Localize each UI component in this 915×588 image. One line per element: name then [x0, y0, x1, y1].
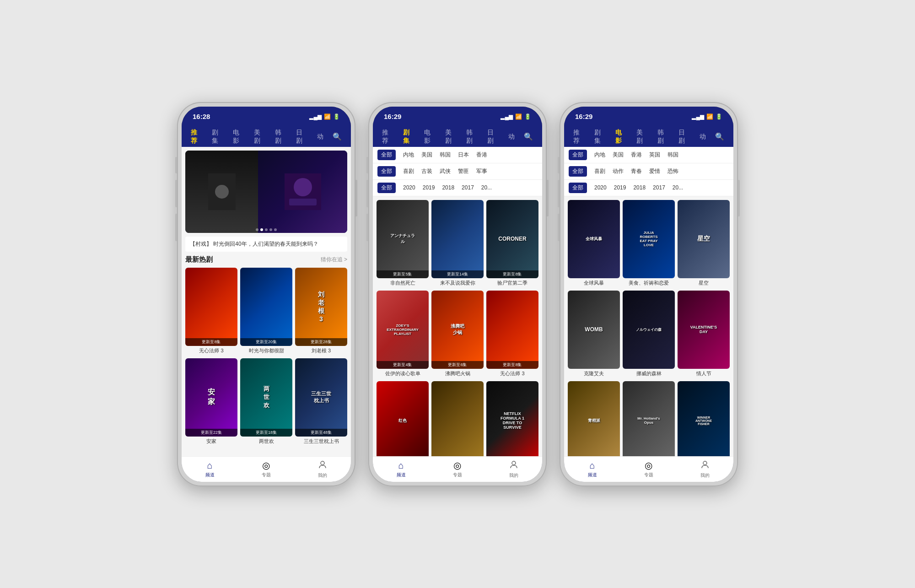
nav-us-1[interactable]: 美剧 [250, 127, 269, 147]
poster-r3c1-3[interactable]: 青稻派 [568, 381, 620, 456]
filter-btn-genre-3[interactable]: 全部 [569, 166, 587, 177]
poster-sanshen[interactable]: 三生三世枕上书 更新至48集 [295, 358, 347, 437]
nav-recommend-3[interactable]: 推荐 [570, 127, 589, 147]
poster-laibuji[interactable]: 更新至14集 [431, 200, 484, 278]
filter-2017-3[interactable]: 2017 [653, 184, 665, 191]
filter-crime-2[interactable]: 警匪 [458, 167, 469, 175]
nav-us-3[interactable]: 美剧 [633, 127, 652, 147]
filter-period-2[interactable]: 古装 [421, 167, 432, 175]
filter-neidi-3[interactable]: 内地 [594, 151, 605, 159]
filter-btn-genre-2[interactable]: 全部 [377, 166, 396, 177]
filter-kr-2[interactable]: 韩国 [440, 151, 451, 159]
filter-uk-3[interactable]: 英国 [649, 151, 660, 159]
poster-liangshihuan[interactable]: 两世欢 更新至18集 [240, 358, 292, 437]
nav-jp-1[interactable]: 日剧 [292, 127, 312, 147]
nav-movie-1[interactable]: 电影 [229, 127, 248, 147]
poster-epl[interactable]: JULIAROBERTSEAT PRAYLOVE [623, 200, 675, 278]
filter-2019-3[interactable]: 2019 [614, 184, 626, 191]
nav-recommend-2[interactable]: 推荐 [378, 127, 398, 147]
filter-kr-3[interactable]: 韩国 [667, 151, 678, 159]
poster-wuxin3[interactable]: 更新至8集 [185, 268, 237, 346]
filter-comedy-2[interactable]: 喜剧 [403, 167, 414, 175]
filter-2018-2[interactable]: 2018 [442, 184, 454, 191]
search-icon-1[interactable]: 🔍 [329, 130, 345, 143]
nav-movie-2[interactable]: 电影 [420, 127, 440, 147]
poster-zoey[interactable]: ZOEY'S EXTRAORDINARY PLAYLIST 更新至4集 [377, 291, 429, 369]
filter-youth-3[interactable]: 青春 [631, 167, 642, 175]
poster-r3c3-3[interactable]: WINNERANTWONEFISHER [678, 381, 730, 456]
filter-2020-2[interactable]: 2020 [403, 184, 415, 191]
filter-2019-2[interactable]: 2019 [423, 184, 435, 191]
section-more-1[interactable]: 猜你在追 > [321, 256, 347, 264]
filter-romance-3[interactable]: 爱情 [649, 167, 660, 175]
filter-jp-2[interactable]: 日本 [458, 151, 469, 159]
tab-topic-2[interactable]: ◎ 专题 [453, 460, 462, 478]
poster-starry[interactable]: 星空 [678, 200, 730, 278]
nav-movie-3[interactable]: 电影 [612, 127, 631, 147]
poster-womb[interactable]: WOMB [568, 291, 620, 369]
nav-anime-2[interactable]: 动 [505, 131, 518, 143]
label-vday: 情人节 [678, 370, 730, 377]
filter-btn-year-2[interactable]: 全部 [377, 183, 396, 193]
poster-wuxin-2[interactable]: 更新至8集 [486, 291, 538, 369]
poster-r3c1[interactable]: 红色 [377, 381, 429, 456]
poster-r3c2-3[interactable]: Mr. Holland's Opus [623, 381, 675, 456]
poster-f1[interactable]: NETFLIXFORMULA 1DRIVE TOSURVIVE [486, 381, 538, 456]
nav-anime-3[interactable]: 动 [696, 131, 710, 143]
nav-jp-2[interactable]: 日剧 [484, 127, 503, 147]
poster-hotpot[interactable]: 沸腾吧少锅 更新至6集 [431, 291, 484, 369]
tab-channel-3[interactable]: ⌂ 频道 [588, 460, 597, 478]
poster-r3c2[interactable] [431, 381, 484, 456]
filter-us-3[interactable]: 美国 [613, 151, 624, 159]
filter-more-yr-2[interactable]: 20... [481, 184, 492, 191]
filter-btn-region-2[interactable]: 全部 [377, 150, 396, 160]
filter-wuxia-2[interactable]: 武侠 [440, 167, 451, 175]
nav-series-1[interactable]: 剧集 [208, 127, 227, 147]
poster-anjia[interactable]: 安家 更新至22集 [185, 358, 237, 437]
nav-kr-3[interactable]: 韩剧 [654, 127, 673, 147]
tab-mine-3[interactable]: 我的 [700, 460, 710, 479]
tab-channel-2[interactable]: ⌂ 频道 [397, 460, 406, 478]
nav-series-2[interactable]: 剧集 [399, 127, 419, 147]
scroll-3[interactable]: 全球风暴 全球风暴 JULIAROBERTSEAT PRAYLOVE 美食、祈祷… [564, 196, 733, 456]
tab-channel-1[interactable]: ⌂ 频道 [205, 460, 215, 478]
filter-btn-year-3[interactable]: 全部 [569, 183, 587, 193]
poster-vday[interactable]: VALENTINE'S DAY [678, 291, 730, 369]
poster-norw[interactable]: ノルウェイの森 [623, 291, 675, 369]
poster-storm[interactable]: 全球风暴 [568, 200, 620, 278]
search-icon-2[interactable]: 🔍 [520, 130, 537, 143]
search-icon-3[interactable]: 🔍 [711, 130, 728, 143]
poster-liulaogen[interactable]: 刘老根3 更新至28集 [295, 268, 347, 346]
tab-topic-3[interactable]: ◎ 专题 [644, 460, 653, 478]
filter-military-2[interactable]: 军事 [476, 167, 487, 175]
tab-mine-2[interactable]: 我的 [509, 460, 518, 479]
filter-btn-region-3[interactable]: 全部 [569, 150, 587, 160]
poster-coroner[interactable]: CORONER 更新至8集 [486, 200, 538, 278]
filter-2018-3[interactable]: 2018 [633, 184, 646, 191]
filter-action-3[interactable]: 动作 [613, 167, 624, 175]
tab-mine-1[interactable]: 我的 [318, 460, 327, 479]
nav-us-2[interactable]: 美剧 [441, 127, 461, 147]
filter-horror-3[interactable]: 恐怖 [667, 167, 678, 175]
nav-recommend-1[interactable]: 推荐 [187, 127, 206, 147]
nav-kr-2[interactable]: 韩剧 [463, 127, 482, 147]
filter-us-2[interactable]: 美国 [421, 151, 432, 159]
nav-anime-1[interactable]: 动 [313, 131, 327, 143]
tab-topic-1[interactable]: ◎ 专题 [262, 460, 271, 478]
filter-2020-3[interactable]: 2020 [594, 184, 607, 191]
filter-2017-2[interactable]: 2017 [462, 184, 474, 191]
filter-neidi-2[interactable]: 内地 [403, 151, 414, 159]
poster-shiguang[interactable]: 更新至20集 [240, 268, 292, 346]
filter-hk-2[interactable]: 香港 [476, 151, 487, 159]
nav-kr-1[interactable]: 韩剧 [271, 127, 291, 147]
poster-unnatural[interactable]: アンナチュラル 更新至5集 [377, 200, 429, 278]
notch [239, 107, 294, 119]
filter-more-yr-3[interactable]: 20... [673, 184, 683, 191]
filter-comedy-3[interactable]: 喜剧 [594, 167, 605, 175]
nav-series-3[interactable]: 剧集 [591, 127, 610, 147]
scroll-2[interactable]: アンナチュラル 更新至5集 非自然死亡 更新至14集 来不及说我爱你 [373, 196, 542, 456]
filter-hk-3[interactable]: 香港 [631, 151, 642, 159]
nav-jp-3[interactable]: 日剧 [675, 127, 694, 147]
scroll-1[interactable]: 【村戏】 时光倒回40年，人们渴望的春天能到来吗？ 最新热剧 猜你在追 > 更新… [182, 147, 351, 456]
hero-banner-1[interactable] [185, 151, 347, 233]
